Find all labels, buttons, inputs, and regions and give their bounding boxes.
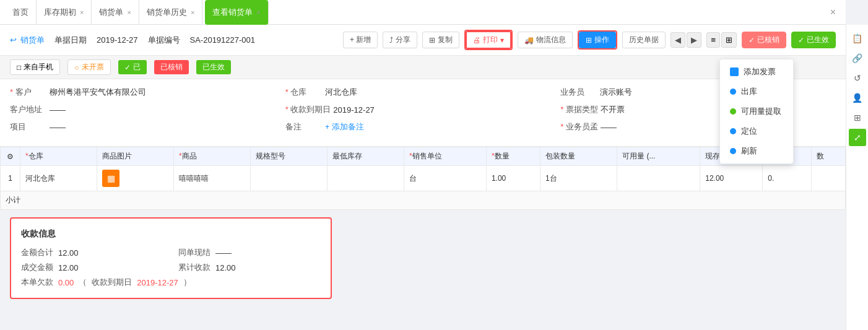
ticket-icon: ○ [74, 63, 79, 72]
subtotal-row: 小计 [1, 191, 846, 210]
refresh-icon [730, 148, 736, 154]
right-sidebar: 📋 🔗 ↺ 👤 ⊞ ⤢ [846, 25, 868, 306]
sidebar-icon-clipboard[interactable]: 📋 [849, 30, 866, 47]
invoice-icon [730, 67, 739, 76]
staff-value: 演示账号 [600, 87, 632, 98]
col-spec: 规格型号 [251, 147, 328, 166]
row-avail [617, 166, 700, 191]
tab-sales[interactable]: 销货单 × [92, 0, 139, 25]
warehouse-field: 仓库 河北仓库 [285, 87, 561, 98]
tab-view-sales[interactable]: 查看销货单 × [205, 0, 268, 25]
col-unit: *销售单位 [404, 147, 487, 166]
ticket-label: 票据类型 [560, 104, 598, 115]
address-field: 客户地址 —— [10, 104, 285, 115]
tab-close-sales[interactable]: × [127, 9, 131, 16]
due-date-suffix: ） [183, 277, 191, 288]
logistics-button[interactable]: 🚚 物流信息 [518, 32, 573, 48]
view-list[interactable]: ≡ [706, 32, 720, 48]
deal-amount-value: 12.00 [58, 263, 79, 272]
copy-button[interactable]: ⊞ 复制 [422, 32, 459, 48]
total-amount-label: 金额合计 [21, 247, 53, 258]
staff-label: 业务员 [560, 87, 597, 98]
tab-close-sales-history[interactable]: × [191, 9, 194, 16]
nav-prev[interactable]: ◀ [671, 32, 685, 48]
dropdown-item-locate[interactable]: 定位 [720, 121, 793, 141]
sold-button[interactable]: ✓ 已核销 [742, 32, 786, 48]
date-label: 单据日期 [54, 35, 87, 46]
customer-label: 客户 [10, 87, 47, 98]
share-icon: ⤴ [389, 36, 393, 45]
effective-button[interactable]: ✓ 已生效 [791, 32, 836, 48]
due-date-prefix: （ [79, 277, 87, 288]
summary-title: 收款信息 [21, 228, 321, 240]
dropdown-item-refresh[interactable]: 刷新 [720, 141, 793, 161]
cumulative-item: 累计收款 12.00 [178, 262, 321, 273]
date-value: 2019-12-27 [97, 35, 138, 45]
share-button[interactable]: ⤴ 分享 [383, 32, 417, 48]
dropdown-item-outbound[interactable]: 出库 [720, 82, 793, 102]
nav-next[interactable]: ▶ [687, 32, 701, 48]
doc-actions: + 新增 ⤴ 分享 ⊞ 复制 🖨 打印 ▾ 🚚 物流信息 [343, 30, 836, 50]
sidebar-icon-link[interactable]: 🔗 [849, 50, 866, 67]
no-value: SA-20191227-001 [190, 35, 256, 45]
staff2-label: 业务员孟 [560, 121, 598, 132]
tab-inventory-init[interactable]: 库存期初 × [37, 0, 92, 25]
doc-icon: ↩ [10, 35, 17, 45]
dropdown-item-avail[interactable]: 可用量提取 [720, 102, 793, 121]
view-grid[interactable]: ⊞ [721, 32, 737, 48]
row-product: 嘻嘻嘻嘻 [174, 166, 251, 191]
print-dropdown-icon: ▾ [500, 36, 504, 45]
deal-amount-label: 成交金额 [21, 262, 53, 273]
check-icon2: ✓ [798, 36, 804, 45]
col-min-stock: 最低库存 [328, 147, 404, 166]
col-warehouse: *仓库 [20, 147, 97, 166]
due-date-value: 2019-12-27 [137, 278, 178, 287]
note-add-btn[interactable]: + 添加备注 [325, 121, 364, 132]
mobile-button[interactable]: □ 来自手机 [10, 59, 60, 75]
row-pack: 1台 [540, 166, 617, 191]
staff2-value: —— [601, 123, 617, 132]
form-row-3: 项目 —— 备注 + 添加备注 业务员孟 —— [10, 121, 836, 132]
subtotal-label: 小计 [1, 191, 846, 210]
total-amount-value: 12.00 [58, 248, 79, 258]
not-open-button[interactable]: ○ 未开票 [67, 59, 110, 75]
sold-badge: 已核销 [154, 60, 189, 74]
confirm-button[interactable]: ✓ 已 [118, 60, 147, 74]
tab-home[interactable]: 首页 [5, 0, 37, 25]
history-button[interactable]: 历史单据 [622, 32, 666, 48]
row-qty: 1.00 [486, 166, 540, 191]
sidebar-icon-expand[interactable]: ⤢ [849, 129, 866, 146]
no-label: 单据编号 [148, 35, 180, 46]
new-button[interactable]: + 新增 [343, 32, 378, 48]
operate-button[interactable]: ⊞ 操作 [579, 32, 616, 48]
customer-value[interactable]: 柳州粤港平安气体有限公司 [50, 87, 146, 98]
locate-icon [730, 128, 736, 134]
dropdown-item-invoice[interactable]: 添加发票 [720, 62, 793, 82]
tab-close-view-sales[interactable]: × [256, 9, 260, 16]
col-amount: 数 [811, 147, 845, 166]
sidebar-icon-refresh[interactable]: ↺ [849, 69, 866, 87]
note-label: 备注 [285, 121, 323, 132]
mobile-icon: □ [17, 63, 21, 72]
ticket-field: 票据类型 不开票 [560, 104, 836, 115]
sidebar-icon-user[interactable]: 👤 [849, 89, 866, 106]
payment-date-value[interactable]: 2019-12-27 [333, 105, 375, 115]
tab-sales-history[interactable]: 销货单历史 × [139, 0, 202, 25]
doc-header: ↩ 销货单 单据日期 2019-12-27 单据编号 SA-20191227-0… [0, 25, 846, 56]
staff2-field: 业务员孟 —— [560, 121, 836, 132]
deal-amount-item: 成交金额 12.00 [21, 262, 163, 273]
col-avail: 可用量 (... [617, 147, 700, 166]
warehouse-value[interactable]: 河北仓库 [325, 87, 357, 98]
table-header-row: ⚙ *仓库 商品图片 *商品 规格型号 最低库存 *销售单位 *数量 [1, 147, 846, 166]
print-button[interactable]: 🖨 打印 ▾ [466, 31, 511, 49]
tab-bar: 首页 库存期初 × 销货单 × 销货单历史 × 查看销货单 × × [0, 0, 846, 25]
print-operate-wrapper: 🖨 打印 ▾ [464, 30, 513, 50]
copy-icon: ⊞ [429, 36, 435, 45]
table-row: 1 河北仓库 ▦ 嘻嘻嘻嘻 台 1.00 1台 12.00 0. [1, 166, 846, 191]
sidebar-icon-grid[interactable]: ⊞ [849, 109, 866, 126]
row-amount [811, 166, 845, 191]
tab-close-all[interactable]: × [825, 7, 841, 18]
row-min-stock [328, 166, 404, 191]
tab-close-inventory-init[interactable]: × [80, 9, 84, 16]
row-stock: 12.00 [700, 166, 763, 191]
